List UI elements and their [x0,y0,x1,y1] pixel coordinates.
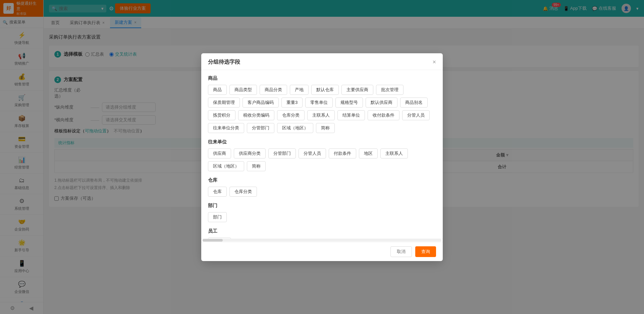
field-tag-分管部门[interactable]: 分管部门 [247,123,274,133]
field-tag-结算单位[interactable]: 结算单位 [337,110,365,120]
field-tag-地区[interactable]: 地区 [359,148,378,159]
field-tag-主联系人[interactable]: 主联系人 [307,110,335,120]
field-group-partner: 往来单位供应商供应商分类分管部门分管人员付款条件地区主联系人区域（地区）简称 [208,139,436,171]
field-select-dialog: 分组待选字段 × 商品商品商品类型商品分类产地默认仓库主要供应商批次管理保质期管… [201,53,443,261]
field-tag-规格型号[interactable]: 规格型号 [335,98,363,108]
field-tag-商品分类[interactable]: 商品分类 [260,85,287,95]
field-group-warehouse: 仓库仓库仓库分类 [208,177,436,197]
field-tag-批次管理[interactable]: 批次管理 [376,85,404,95]
field-tag-商品类型[interactable]: 商品类型 [229,85,257,95]
field-group-title-department: 部门 [208,203,436,209]
field-group-employee: 员工业务员 [208,228,436,239]
confirm-button[interactable]: 查询 [415,246,436,257]
field-tag-主联系人[interactable]: 主联系人 [380,148,408,159]
field-tag-区域（地区）[interactable]: 区域（地区） [208,161,244,171]
dialog-overlay: 分组待选字段 × 商品商品商品类型商品分类产地默认仓库主要供应商批次管理保质期管… [0,0,644,314]
field-tag-客户商品编码[interactable]: 客户商品编码 [243,98,279,108]
field-tag-分管人员[interactable]: 分管人员 [402,110,430,120]
field-tag-供应商[interactable]: 供应商 [208,148,231,159]
field-tag-供应商分类[interactable]: 供应商分类 [234,148,266,159]
field-tag-默认供应商[interactable]: 默认供应商 [366,98,397,108]
field-tag-付款条件[interactable]: 付款条件 [329,148,356,159]
field-tag-分管人员[interactable]: 分管人员 [299,148,326,159]
field-tag-主要供应商[interactable]: 主要供应商 [341,85,373,95]
dialog-body: 商品商品商品类型商品分类产地默认仓库主要供应商批次管理保质期管理客户商品编码重量… [201,70,443,239]
field-group-goods: 商品商品商品类型商品分类产地默认仓库主要供应商批次管理保质期管理客户商品编码重量… [208,75,436,133]
dialog-footer: 取消 查询 [201,242,443,261]
field-tag-仓库[interactable]: 仓库 [208,187,227,197]
dialog-hscroll[interactable] [201,239,443,242]
field-tag-区域（地区）[interactable]: 区域（地区） [277,123,313,133]
field-group-title-warehouse: 仓库 [208,177,436,183]
field-group-department: 部门部门 [208,203,436,222]
field-tag-商品别名[interactable]: 商品别名 [400,98,428,108]
field-tags-warehouse: 仓库仓库分类 [208,187,436,197]
field-tag-拣货积分[interactable]: 拣货积分 [208,110,235,120]
cancel-button[interactable]: 取消 [390,246,412,257]
field-group-title-goods: 商品 [208,75,436,81]
field-tag-仓库分类[interactable]: 仓库分类 [277,110,305,120]
field-group-title-employee: 员工 [208,228,436,234]
dialog-title: 分组待选字段 [208,59,240,66]
field-tags-department: 部门 [208,212,436,222]
dialog-close-btn[interactable]: × [432,59,436,65]
field-tags-goods: 商品商品类型商品分类产地默认仓库主要供应商批次管理保质期管理客户商品编码重量3零… [208,85,436,133]
field-tag-简称[interactable]: 简称 [247,161,266,171]
field-tag-税收分类编码[interactable]: 税收分类编码 [238,110,274,120]
dialog-header: 分组待选字段 × [201,53,443,70]
field-tag-仓库分类[interactable]: 仓库分类 [229,187,257,197]
field-tag-保质期管理[interactable]: 保质期管理 [208,98,240,108]
field-tag-商品[interactable]: 商品 [208,85,227,95]
field-tag-分管部门[interactable]: 分管部门 [268,148,296,159]
field-tags-partner: 供应商供应商分类分管部门分管人员付款条件地区主联系人区域（地区）简称 [208,148,436,171]
field-tag-简称[interactable]: 简称 [316,123,335,133]
field-group-title-partner: 往来单位 [208,139,436,145]
field-tag-零售单位[interactable]: 零售单位 [305,98,333,108]
field-tag-产地[interactable]: 产地 [290,85,309,95]
field-tag-收付款条件[interactable]: 收付款条件 [368,110,399,120]
field-tag-往来单位分类[interactable]: 往来单位分类 [208,123,244,133]
field-tag-默认仓库[interactable]: 默认仓库 [311,85,339,95]
field-tag-部门[interactable]: 部门 [208,212,227,222]
field-tag-重量3[interactable]: 重量3 [281,98,303,108]
